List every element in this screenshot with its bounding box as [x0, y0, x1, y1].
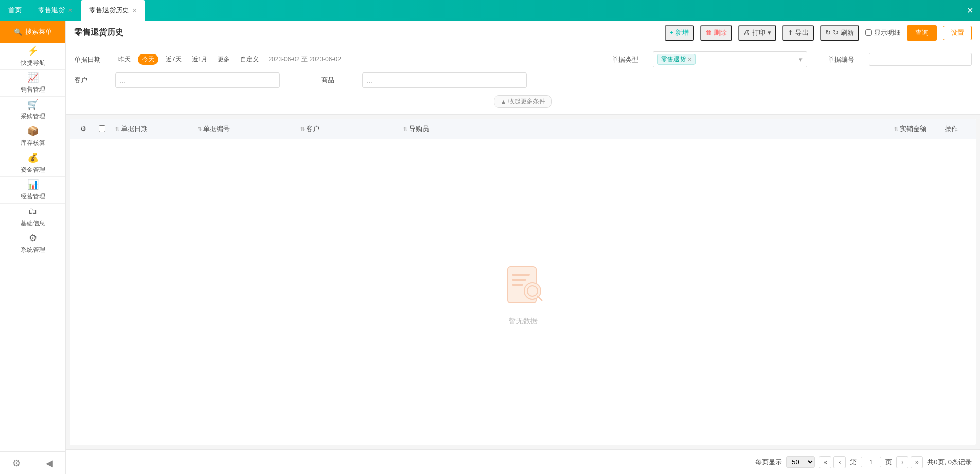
- refresh-button[interactable]: ↻ ↻ 刷新: [820, 25, 859, 41]
- date-btn-custom[interactable]: 自定义: [237, 54, 262, 65]
- filter-area: 单据日期 昨天 今天 近7天 近1月 更多 自定义 2023-06-02 至 2…: [66, 45, 980, 115]
- settings-icon: ⚙: [80, 125, 86, 133]
- date-btn-yesterday[interactable]: 昨天: [115, 54, 134, 65]
- empty-state-icon: [497, 259, 549, 311]
- sidebar-item-operation-label: 经营管理: [21, 192, 45, 201]
- new-button[interactable]: + 新增: [665, 25, 694, 41]
- page-next-button[interactable]: ›: [896, 456, 908, 468]
- tab-retail-return-close[interactable]: ✕: [68, 7, 73, 14]
- window-close-button[interactable]: ✕: [959, 0, 980, 21]
- page-nav: « ‹: [819, 456, 846, 468]
- table-area: ⚙ ⇅ 单据日期 ⇅ 单据编号 ⇅ 客户 ⇅: [70, 119, 976, 445]
- th-num[interactable]: ⇅ 单据编号: [193, 124, 296, 134]
- page-label: 第: [850, 458, 857, 467]
- goods-filter-input[interactable]: ...: [362, 72, 527, 88]
- customer-placeholder: ...: [120, 77, 126, 84]
- sidebar-collapse-icon[interactable]: ◀: [46, 458, 53, 469]
- table-body: 暂无数据: [70, 139, 976, 445]
- th-checkbox[interactable]: [93, 125, 111, 132]
- collapse-icon: ▲: [501, 98, 507, 105]
- th-amount[interactable]: ⇅ 实销金额: [859, 124, 931, 134]
- per-page-select[interactable]: 10 20 50 100: [786, 456, 815, 468]
- tab-retail-return[interactable]: 零售退货 ✕: [30, 0, 81, 21]
- svg-rect-2: [512, 279, 526, 281]
- type-select-chevron-icon: ▾: [799, 56, 803, 63]
- sidebar-item-purchase-label: 采购管理: [21, 112, 45, 121]
- sidebar-item-purchase[interactable]: 🛒 采购管理: [0, 97, 65, 123]
- tab-retail-return-label: 零售退货: [38, 6, 65, 15]
- refresh-icon: ↻: [825, 29, 831, 37]
- date-range-display: 2023-06-02 至 2023-06-02: [268, 55, 341, 64]
- th-guide[interactable]: ⇅ 导购员: [399, 124, 482, 134]
- sidebar-item-inventory[interactable]: 📦 库存核算: [0, 123, 65, 150]
- sidebar-item-operation[interactable]: 📊 经营管理: [0, 177, 65, 204]
- settings-button[interactable]: 设置: [943, 26, 972, 40]
- page-input[interactable]: [861, 457, 881, 467]
- tab-retail-return-history[interactable]: 零售退货历史 ✕: [81, 0, 145, 21]
- sidebar-item-finance[interactable]: 💰 资金管理: [0, 150, 65, 177]
- delete-button[interactable]: 🗑 删除: [700, 25, 733, 41]
- select-all-checkbox[interactable]: [99, 125, 105, 132]
- th-date-label: 单据日期: [121, 124, 148, 134]
- th-date[interactable]: ⇅ 单据日期: [111, 124, 193, 134]
- sort-amount-icon: ⇅: [894, 126, 898, 132]
- page-unit-label: 页: [885, 458, 892, 467]
- show-detail-toggle[interactable]: 显示明细: [865, 28, 901, 38]
- sort-guide-icon: ⇅: [403, 126, 407, 132]
- date-btn-today[interactable]: 今天: [138, 54, 158, 65]
- th-customer[interactable]: ⇅ 客户: [296, 124, 399, 134]
- date-btn-1month[interactable]: 近1月: [189, 54, 211, 65]
- collapse-button[interactable]: ▲ 收起更多条件: [494, 95, 553, 108]
- type-filter-select[interactable]: 零售退货 ✕ ▾: [653, 51, 807, 67]
- export-label: 导出: [795, 28, 809, 38]
- page-last-button[interactable]: »: [911, 456, 923, 468]
- date-btn-7days[interactable]: 近7天: [163, 54, 185, 65]
- sales-icon: 📈: [27, 72, 39, 83]
- type-tag-close-icon[interactable]: ✕: [687, 56, 692, 63]
- operation-icon: 📊: [27, 179, 39, 190]
- goods-placeholder: ...: [367, 77, 372, 84]
- tab-retail-return-history-label: 零售退货历史: [89, 6, 129, 15]
- sidebar-item-system[interactable]: ⚙ 系统管理: [0, 230, 65, 257]
- main-layout: 🔍 搜索菜单 ⚡ 快捷导航 📈 销售管理 🛒 采购管理 📦 库存核算 💰 资金管…: [0, 21, 980, 474]
- date-btn-more[interactable]: 更多: [215, 54, 233, 65]
- th-num-label: 单据编号: [203, 124, 230, 134]
- purchase-icon: 🛒: [27, 99, 39, 110]
- show-detail-checkbox[interactable]: [865, 29, 872, 36]
- num-filter-input[interactable]: [869, 53, 972, 66]
- th-settings[interactable]: ⚙: [74, 125, 93, 133]
- export-button[interactable]: ⬆ 导出: [782, 25, 814, 41]
- query-button[interactable]: 查询: [907, 25, 937, 41]
- customer-filter-input[interactable]: ...: [115, 72, 280, 88]
- sidebar-item-quick-nav-label: 快捷导航: [21, 59, 45, 67]
- type-filter-label: 单据类型: [612, 55, 649, 64]
- page-header: 零售退货历史 + 新增 🗑 删除 🖨 打印 ▾ ⬆ 导出 ↻ ↻ 刷新: [66, 21, 980, 45]
- table-header: ⚙ ⇅ 单据日期 ⇅ 单据编号 ⇅ 客户 ⇅: [70, 119, 976, 139]
- tab-home[interactable]: 首页: [0, 0, 30, 21]
- system-icon: ⚙: [29, 232, 37, 244]
- total-label: 共0页, 0条记录: [927, 458, 972, 467]
- svg-rect-3: [512, 284, 523, 286]
- sidebar-item-basic-info[interactable]: 🗂 基础信息: [0, 204, 65, 230]
- customer-filter-label: 客户: [74, 76, 111, 85]
- filter-type-item: 单据类型 零售退货 ✕ ▾: [612, 51, 807, 67]
- sidebar-item-quick-nav[interactable]: ⚡ 快捷导航: [0, 43, 65, 70]
- collapse-row: ▲ 收起更多条件: [74, 93, 972, 110]
- sidebar-item-basic-info-label: 基础信息: [21, 219, 45, 228]
- page-first-button[interactable]: «: [819, 456, 831, 468]
- type-tag-label: 零售退货: [661, 55, 686, 64]
- print-button[interactable]: 🖨 打印 ▾: [738, 25, 776, 41]
- page-prev-button[interactable]: ‹: [833, 456, 846, 468]
- date-filter-label: 单据日期: [74, 55, 111, 64]
- quick-nav-icon: ⚡: [27, 45, 39, 57]
- tab-retail-return-history-close[interactable]: ✕: [132, 7, 137, 14]
- th-action: 操作: [931, 124, 972, 134]
- sidebar-item-sales[interactable]: 📈 销售管理: [0, 70, 65, 97]
- sidebar-settings-icon[interactable]: ⚙: [12, 458, 21, 469]
- print-label: 打印: [752, 28, 765, 38]
- export-icon: ⬆: [788, 29, 793, 37]
- collapse-label: 收起更多条件: [508, 97, 545, 106]
- sort-down-icon: ⇅: [115, 126, 119, 132]
- sidebar-search[interactable]: 🔍 搜索菜单: [0, 21, 65, 43]
- finance-icon: 💰: [27, 152, 39, 163]
